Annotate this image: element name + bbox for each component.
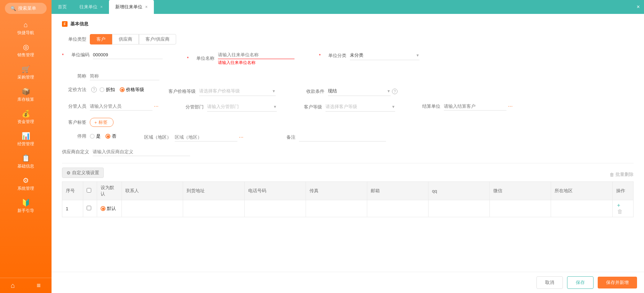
payment-terms-help-icon[interactable]: ?: [392, 89, 398, 94]
cell-fax[interactable]: [306, 200, 367, 217]
cell-contact[interactable]: [122, 200, 183, 217]
field-customer-tags: 客户标签 + 标签: [62, 118, 113, 127]
unit-code-input[interactable]: [93, 51, 163, 59]
col-seq: 序号: [62, 182, 83, 200]
payment-terms-value: 现结: [328, 88, 387, 94]
field-unit-code: * 单位编码: [62, 51, 163, 59]
field-unit-type: 单位类型 客户 供应商 客户/供应商: [62, 34, 176, 44]
remark-label: 备注: [271, 134, 296, 140]
customer-level-select[interactable]: 请选择客户等级 ▼: [325, 102, 395, 112]
sidebar-item-purchase[interactable]: 🛒 采购管理: [0, 62, 52, 84]
unit-category-select[interactable]: 未分类 ▼: [350, 51, 419, 60]
short-name-input[interactable]: [90, 72, 159, 80]
disabled-no-label: 否: [112, 133, 116, 139]
sidebar-item-sales[interactable]: ◎ 销售管理: [0, 39, 52, 62]
sidebar-item-operations[interactable]: 📊 经营管理: [0, 128, 52, 150]
row-default-radio[interactable]: 默认: [101, 205, 118, 212]
disabled-yes[interactable]: 是: [90, 133, 101, 139]
sidebar-item-system[interactable]: ⚙ 系统管理: [0, 173, 52, 195]
tab-new-counterparty[interactable]: 新增往来单位 ×: [109, 0, 154, 14]
cell-address[interactable]: [183, 200, 244, 217]
unit-type-customer[interactable]: 客户: [90, 34, 112, 44]
sidebar-item-guide[interactable]: 🔰 新手引导: [0, 195, 52, 217]
sidebar-item-inventory[interactable]: 📦 库存核算: [0, 84, 52, 106]
remark-input[interactable]: [299, 133, 386, 141]
form-row-pricing: 定价方法 ? 折扣 价格等级 客户价格等级 请选择客户价格等级: [62, 87, 634, 96]
search-menu-button[interactable]: 🔍 搜索菜单: [5, 3, 47, 14]
sidebar-item-basic-info[interactable]: 📋 基础信息: [0, 150, 52, 173]
row-checkbox[interactable]: [87, 206, 91, 210]
manager-input[interactable]: [90, 102, 152, 111]
batch-delete-label: 批量删除: [615, 171, 634, 178]
tab-home[interactable]: 首页: [52, 0, 73, 14]
cell-region[interactable]: [551, 200, 612, 217]
sidebar-item-system-label: 系统管理: [17, 186, 34, 192]
cell-email[interactable]: [367, 200, 428, 217]
pricing-help-icon[interactable]: ?: [91, 87, 97, 92]
settlement-unit-input[interactable]: [444, 102, 506, 111]
manager-more-btn[interactable]: ···: [154, 103, 158, 109]
email-input[interactable]: [371, 206, 425, 211]
tab-bar-close-all[interactable]: ×: [637, 4, 640, 10]
region-table-input[interactable]: [555, 206, 608, 211]
custom-settings-label: 自定义项设置: [72, 170, 99, 176]
sidebar-item-sales-label: 销售管理: [17, 52, 34, 58]
tab-counterparty-close[interactable]: ×: [100, 5, 103, 9]
save-button[interactable]: 保存: [567, 276, 594, 289]
settlement-unit-label: 结算单位: [416, 103, 440, 109]
sidebar-item-quick-nav[interactable]: ⌂ 快捷导航: [0, 17, 52, 39]
fax-input[interactable]: [309, 206, 363, 211]
department-placeholder: 请输入分管部门: [207, 104, 273, 110]
contact-input[interactable]: [125, 206, 179, 211]
tab-new-counterparty-label: 新增往来单位: [115, 4, 142, 10]
unit-name-input[interactable]: [218, 51, 294, 59]
supplier-custom-label: 供应商自定义: [62, 149, 89, 155]
payment-terms-select[interactable]: 现结 ▼: [328, 87, 391, 96]
short-name-label: 简称: [62, 73, 86, 79]
customer-level-arrow-icon: ▼: [391, 105, 395, 109]
department-select[interactable]: 请输入分管部门 ▼: [207, 102, 277, 112]
guide-icon: 🔰: [22, 198, 30, 207]
sidebar-home-icon[interactable]: ⌂: [11, 282, 15, 290]
cell-qq[interactable]: [428, 200, 489, 217]
field-unit-name: * 单位名称 请输入往来单位名称: [187, 51, 294, 66]
save-new-button[interactable]: 保存并新增: [598, 277, 637, 288]
col-phone: 电话号码: [244, 182, 306, 200]
unit-type-buttons: 客户 供应商 客户/供应商: [90, 34, 176, 44]
disabled-no[interactable]: 否: [105, 133, 116, 139]
field-pricing-method: 定价方法 ? 折扣 价格等级: [62, 87, 144, 93]
tab-counterparty[interactable]: 往来单位 ×: [73, 0, 109, 14]
phone-input[interactable]: [248, 206, 302, 211]
qq-input[interactable]: [432, 206, 486, 211]
form-row-supplier-custom: 供应商自定义: [62, 148, 634, 156]
sidebar-item-finance[interactable]: 💰 资金管理: [0, 106, 52, 128]
pricing-radio-group: 折扣 价格等级: [100, 87, 144, 93]
cell-phone[interactable]: [244, 200, 306, 217]
unit-name-required: *: [187, 56, 189, 61]
tab-bar: 首页 往来单位 × 新增往来单位 × ×: [52, 0, 644, 14]
pricing-option-level[interactable]: 价格等级: [120, 87, 144, 93]
cell-wechat[interactable]: [490, 200, 551, 217]
region-input[interactable]: [175, 133, 237, 141]
unit-type-both[interactable]: 客户/供应商: [139, 34, 176, 44]
select-all-checkbox[interactable]: [87, 188, 91, 193]
region-more-btn[interactable]: ···: [239, 134, 243, 140]
pricing-discount-label: 折扣: [106, 87, 115, 93]
add-tag-button[interactable]: + 标签: [90, 118, 113, 127]
custom-settings-button[interactable]: ⚙ 自定义项设置: [62, 168, 104, 178]
settlement-unit-more-btn[interactable]: ···: [508, 103, 512, 109]
table-row: 1 默认: [62, 200, 634, 217]
customer-price-level-select[interactable]: 请选择客户价格等级 ▼: [199, 87, 276, 96]
batch-delete-button[interactable]: 🗑 批量删除: [610, 171, 634, 178]
field-supplier-custom: 供应商自定义: [62, 148, 190, 156]
wechat-input[interactable]: [493, 206, 547, 211]
sidebar-expand-icon[interactable]: ≡: [37, 282, 41, 290]
tab-new-counterparty-close[interactable]: ×: [145, 5, 148, 9]
row-add-btn[interactable]: +: [617, 202, 620, 208]
unit-type-supplier[interactable]: 供应商: [112, 34, 139, 44]
pricing-option-discount[interactable]: 折扣: [100, 87, 115, 93]
supplier-custom-input[interactable]: [93, 148, 190, 156]
address-input[interactable]: [187, 206, 241, 211]
row-delete-btn[interactable]: 🗑: [617, 209, 623, 214]
cancel-button[interactable]: 取消: [536, 276, 563, 289]
